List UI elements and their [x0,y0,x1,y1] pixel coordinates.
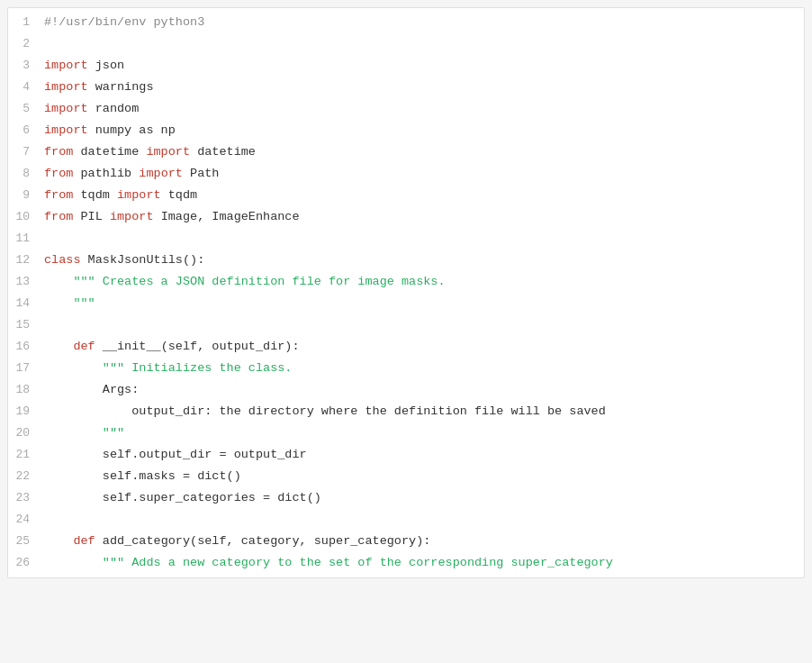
line-number: 3 [8,59,44,72]
code-line: 5import random [8,98,804,120]
token-normal: tqdm [73,188,117,202]
code-line: 13 """ Creates a JSON definition file fo… [8,271,804,293]
line-content[interactable] [44,509,804,531]
token-normal: Path [183,167,220,180]
line-content[interactable]: Args: [44,379,804,401]
line-number: 26 [8,556,44,569]
code-line: 17 """ Initializes the class. [8,358,804,379]
code-line: 23 self.super_categories = dict() [8,487,804,509]
line-content[interactable]: import warnings [44,77,804,98]
token-from: from [44,210,73,223]
code-line: 20 """ [8,422,804,444]
line-content[interactable]: """ [44,293,804,314]
token-normal [44,534,73,548]
code-line: 16 def __init__(self, output_dir): [8,336,804,358]
token-normal: self.output_dir = output_dir [44,448,307,461]
line-number: 4 [8,80,44,94]
line-content[interactable]: class MaskJsonUtils(): [44,250,804,271]
token-def: def [73,340,95,353]
line-number: 1 [8,15,44,29]
token-import: import [44,123,88,137]
line-content[interactable]: import json [44,55,804,77]
line-content[interactable] [44,314,804,336]
line-number: 17 [8,361,44,375]
token-normal: Args: [44,383,139,396]
code-line: 15 [8,314,804,336]
line-content[interactable]: from tqdm import tqdm [44,185,804,206]
code-editor: 1#!/usr/bin/env python32 3import json4im… [7,7,805,578]
token-normal: pathlib [73,167,139,180]
line-number: 21 [8,448,44,461]
token-normal: numpy as np [88,123,176,137]
token-normal [44,426,103,440]
line-content[interactable]: """ Adds a new category to the set of th… [44,552,804,574]
token-import: import [44,59,88,72]
token-import: import [139,167,183,180]
code-line: 8from pathlib import Path [8,163,804,185]
code-line: 25 def add_category(self, category, supe… [8,531,804,552]
line-content[interactable]: from PIL import Image, ImageEnhance [44,206,804,228]
token-normal [44,275,73,288]
token-normal: self.super_categories = dict() [44,491,321,504]
code-line: 9from tqdm import tqdm [8,185,804,206]
token-string: """ Creates a JSON definition file for i… [73,275,445,288]
code-line: 21 self.output_dir = output_dir [8,444,804,466]
token-normal: tqdm [161,188,198,202]
token-normal: self.masks = dict() [44,469,241,483]
token-string: """ Initializes the class. [103,361,293,375]
line-content[interactable]: from pathlib import Path [44,163,804,185]
line-content[interactable]: def __init__(self, output_dir): [44,336,804,358]
token-string: """ [73,296,95,310]
token-import: import [117,188,161,202]
token-normal: json [88,59,125,72]
line-content[interactable] [44,33,804,55]
line-content[interactable]: """ Initializes the class. [44,358,804,379]
token-normal: random [88,102,140,115]
token-from: from [44,145,73,159]
line-number: 15 [8,318,44,332]
line-content[interactable]: """ [44,422,804,444]
token-def: def [73,534,95,548]
line-number: 14 [8,296,44,310]
line-number: 7 [8,145,44,159]
line-number: 12 [8,253,44,267]
token-normal: warnings [88,80,154,94]
line-content[interactable]: self.super_categories = dict() [44,487,804,509]
code-line: 4import warnings [8,77,804,98]
code-lines: 1#!/usr/bin/env python32 3import json4im… [8,8,804,577]
line-number: 6 [8,123,44,137]
token-class: class [44,253,81,267]
line-content[interactable]: def add_category(self, category, super_c… [44,531,804,552]
token-normal: add_category(self, category, super_categ… [95,534,431,548]
line-content[interactable]: self.masks = dict() [44,466,804,487]
code-line: 18 Args: [8,379,804,401]
token-string: """ [103,426,124,440]
line-content[interactable]: import random [44,98,804,120]
code-line: 2 [8,33,804,55]
token-string: """ Adds a new category to the set of th… [103,556,613,569]
line-content[interactable] [44,228,804,250]
token-import: import [146,145,190,159]
line-number: 22 [8,469,44,483]
line-content[interactable]: #!/usr/bin/env python3 [44,12,804,33]
line-number: 10 [8,210,44,223]
token-normal [44,340,73,353]
code-line: 24 [8,509,804,531]
line-number: 5 [8,102,44,115]
line-number: 8 [8,167,44,180]
line-content[interactable]: """ Creates a JSON definition file for i… [44,271,804,293]
token-normal [44,361,103,375]
line-content[interactable]: import numpy as np [44,120,804,141]
line-content[interactable]: self.output_dir = output_dir [44,444,804,466]
code-line: 12class MaskJsonUtils(): [8,250,804,271]
line-number: 2 [8,37,44,50]
token-normal [44,556,103,569]
token-import: import [44,80,88,94]
line-number: 25 [8,534,44,548]
token-normal: datetime [73,145,146,159]
line-number: 11 [8,232,44,245]
line-number: 20 [8,426,44,440]
code-line: 6import numpy as np [8,120,804,141]
line-content[interactable]: output_dir: the directory where the defi… [44,401,804,422]
line-content[interactable]: from datetime import datetime [44,141,804,163]
